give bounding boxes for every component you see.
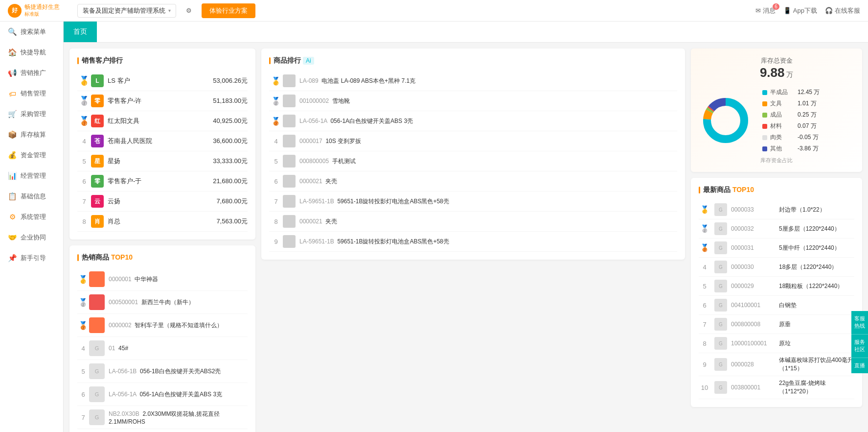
legend-value: 0.25 万 [798,111,817,119]
customer-ranking-card: 销售客户排行 🥇 L LS 客户 53,006.26元 🥈 零 零售客户-许 [69,48,255,240]
rank-number: 6 [269,178,283,185]
sidebar-item-nav[interactable]: 🏠 快捷导航 [0,42,63,63]
product-thumb [283,235,296,248]
trial-button[interactable]: 体验行业方案 [202,3,255,18]
legend-color-dot [762,124,767,129]
customer-amount: 40,925.00元 [213,117,248,125]
sidebar-label-operation: 经营管理 [21,171,46,180]
title-divider [699,187,700,193]
product-thumb [283,95,296,107]
product-info: LA-59651-1B 59651-1B旋转投影灯电池盒ABS黑色+58壳 [299,197,677,206]
customer-amount: 7,680.00元 [216,197,248,206]
settings-icon[interactable]: ⚙ [182,4,196,18]
app-download-btn[interactable]: 📱 App下载 [783,6,817,15]
system-selector[interactable]: 装备及固定资产辅助管理系统 ▾ [77,4,176,18]
product-info: LA-056-1B 056-1B白色按键开关壳ABS2壳 [109,367,248,376]
legend-item-finished: 成品 0.25 万 [762,111,820,119]
table-row: 8 肖 肖总 7,563.00元 [77,212,248,232]
product-image-placeholder: G [89,409,105,425]
customer-avatar: 零 [91,95,104,107]
product-info: 01 45# [109,345,248,352]
newest-code: 0000030 [731,264,775,270]
sidebar-item-search[interactable]: 🔍 搜索菜单 [0,22,63,42]
sidebar-item-operation[interactable]: 📊 经营管理 [0,166,63,186]
rank-medal: 🥉 [77,321,89,330]
message-btn[interactable]: ✉ 消息 6 [755,6,776,15]
inventory-footer: 库存资金占比 [699,157,854,164]
rank-medal: 🥇 [269,76,283,86]
app-label: App下载 [793,6,817,15]
newest-row: 6 G 004100001 白钢垫 [699,296,854,315]
sidebar-item-marketing[interactable]: 📢 营销推广 [0,63,63,83]
online-service-btn[interactable]: 🎧 在线客服 [825,6,860,15]
product-info: 0000021 夹壳 [299,217,677,226]
customer-avatar: 零 [91,175,104,188]
rank-medal: 🥇 [77,275,89,284]
table-row: 🥈 零 零售客户-许 51,183.00元 [77,91,248,111]
sidebar-item-enterprise[interactable]: 🤝 企业协同 [0,227,63,248]
nav-tabs: 首页 [64,22,868,43]
rank-number: 10 [699,384,710,391]
sidebar-label-search: 搜索菜单 [21,27,46,36]
sidebar-label-finance: 资金管理 [21,151,46,160]
newest-code: 003800001 [731,384,775,391]
newest-row: 🥉 G 0000031 5厘中纤（1220*2440） [699,239,854,258]
rank-number: 5 [77,368,89,375]
tab-home[interactable]: 首页 [64,22,97,42]
product-info: 0000021 夹壳 [299,177,677,186]
rank-medal: 🥉 [699,243,710,252]
sidebar: 🔍 搜索菜单 🏠 快捷导航 📢 营销推广 🏷 销售管理 🛒 采购管理 📦 库存核… [0,22,64,432]
product-image-placeholder: G [89,386,105,402]
hot-products-title: 热销商品 TOP10 [77,253,248,262]
float-btn-community[interactable]: 服务社区 [851,335,868,358]
newest-product-img: G [714,381,727,394]
product-image [89,294,105,310]
product-rank-row: 8 0000021 夹壳 [269,212,677,232]
sidebar-item-system[interactable]: ⚙ 系统管理 [0,207,63,227]
product-rank-row: 7 LA-59651-1B 59651-1B旋转投影灯电池盒ABS黑色+58壳 [269,192,677,212]
newest-row: 4 G 0000030 18多层（1220*2440） [699,258,854,277]
rank-medal: 🥇 [699,205,710,214]
product-thumb [283,74,296,87]
sidebar-item-sales[interactable]: 🏷 销售管理 [0,83,63,104]
sidebar-item-inventory[interactable]: 📦 库存核算 [0,124,63,145]
rank-number: 6 [77,391,89,398]
newest-name: 体碱嘉枚味苏打饮品400毫升（1*15） [779,356,854,373]
product-thumb [283,175,296,188]
product-info: 001000002 雪地靴 [299,97,677,105]
float-buttons: 客服热线 服务社区 直播 [851,311,868,373]
customer-amount: 53,006.26元 [213,76,248,85]
newest-name: 原垂 [779,320,854,329]
newest-name: 白钢垫 [779,301,854,310]
product-image-placeholder: G [89,363,105,379]
sidebar-item-basic[interactable]: 📋 基础信息 [0,186,63,207]
rank-number: 6 [77,178,91,185]
newest-name: 18颗粒板（1220*2440） [779,282,854,290]
newest-code: 000800008 [731,321,775,328]
product-row: 6 G LA-056-1A 056-1A白色按键开关盖ABS 3克 [77,383,248,406]
product-info: 0000001 中华神器 [109,275,248,284]
customer-name: 红太阳文具 [108,117,213,125]
product-info: LA-59651-1B 59651-1B旋转投影灯电池盒ABS黑色+58壳 [299,238,677,246]
title-divider [77,57,79,64]
product-info: LA-056-1A 056-1A白色按键开关盖ABS 3克 [109,390,248,399]
rank-number: 8 [269,218,283,225]
customer-amount: 21,680.00元 [213,177,248,186]
inventory-card: 库存总资金 9.88 万 [691,48,862,172]
system-name: 装备及固定资产辅助管理系统 [83,6,165,15]
legend-value: -3.86 万 [798,144,819,153]
customer-avatar: 云 [91,195,104,208]
legend-color-dot [762,135,767,140]
customer-name: 星扬 [108,157,213,166]
customer-rank-table: 🥇 L LS 客户 53,006.26元 🥈 零 零售客户-许 51,183.0… [77,71,248,232]
legend-color-dot [762,101,767,106]
rank-number: 4 [77,138,91,145]
rank-medal: 🥇 [77,75,91,86]
float-btn-service[interactable]: 客服热线 [851,311,868,335]
table-row: 4 苍 苍南县人民医院 36,600.00元 [77,131,248,151]
sidebar-item-guide[interactable]: 📌 新手引导 [0,248,63,268]
product-info: LA-056-1A 056-1A白色按键开关盖ABS 3壳 [299,117,677,125]
sidebar-item-finance[interactable]: 💰 资金管理 [0,145,63,166]
sidebar-item-purchase[interactable]: 🛒 采购管理 [0,104,63,124]
float-btn-live[interactable]: 直播 [851,358,868,373]
